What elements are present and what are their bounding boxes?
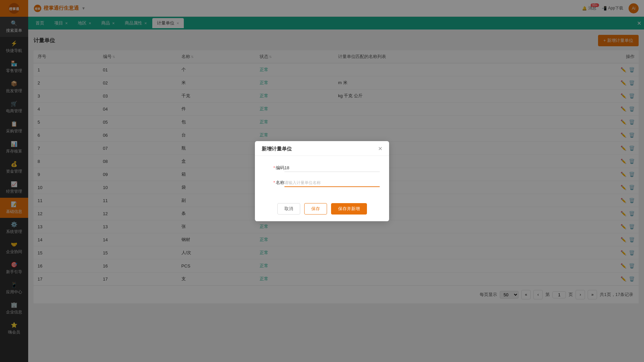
- save-button[interactable]: 保存: [304, 203, 327, 215]
- modal-header: 新增计量单位 ✕: [255, 141, 389, 156]
- name-input[interactable]: [284, 179, 380, 187]
- name-label: *名称: [264, 180, 284, 186]
- code-label: *编码: [264, 165, 284, 171]
- cancel-button[interactable]: 取消: [277, 203, 300, 215]
- modal-footer: 取消 保存 保存并新增: [255, 199, 389, 221]
- modal-title: 新增计量单位: [262, 146, 292, 152]
- form-row-name: *名称: [264, 179, 380, 187]
- modal-overlay: 新增计量单位 ✕ *编码 *名称 取消 保存 保存并新增: [0, 0, 644, 362]
- modal-close-button[interactable]: ✕: [378, 146, 382, 152]
- modal-body: *编码 *名称: [255, 156, 389, 199]
- add-unit-modal: 新增计量单位 ✕ *编码 *名称 取消 保存 保存并新增: [255, 141, 389, 221]
- code-input[interactable]: [284, 164, 380, 172]
- form-row-code: *编码: [264, 164, 380, 172]
- save-and-new-button[interactable]: 保存并新增: [331, 203, 367, 215]
